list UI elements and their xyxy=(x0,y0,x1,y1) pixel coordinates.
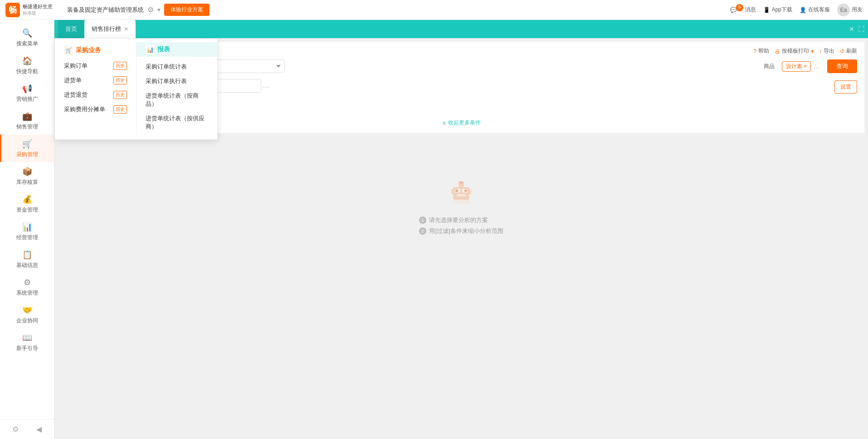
top-right: 💬 9 消息 📱 App下载 👤 在线客服 Ea 用友 xyxy=(730,4,863,16)
settings-bottom-icon[interactable]: ⚙ xyxy=(12,425,19,434)
sidebar-item-guide[interactable]: 📖 新手引导 xyxy=(0,328,54,356)
collapse-sidebar-icon[interactable]: ◀ xyxy=(36,425,42,434)
tab-home[interactable]: 首页 xyxy=(58,20,84,38)
topbar-settings-icon[interactable]: ⚙ xyxy=(147,5,154,14)
sidebar-item-base-info[interactable]: 📋 基础信息 xyxy=(0,245,54,273)
report-menu-section: 📊 报表 采购订单统计表 采购订单执行表 进货单统计表（按商品） 进货单统计表（… xyxy=(136,44,218,134)
sidebar-label-search: 搜索菜单 xyxy=(16,40,38,48)
purchase-receive-history-tag: 历史 xyxy=(113,76,127,84)
sidebar-item-inventory[interactable]: 📦 库存核算 xyxy=(0,162,54,190)
menu-item-purchase-order-stats[interactable]: 采购订单统计表 xyxy=(142,59,212,74)
export-btn[interactable]: ↑ 导出 xyxy=(819,47,834,55)
svg-rect-6 xyxy=(457,194,466,196)
menu-item-purchase-fee[interactable]: 采购费用分摊单 历史 xyxy=(60,102,131,117)
inventory-icon: 📦 xyxy=(22,167,32,177)
goods-tag-group: 设计素 × ... xyxy=(782,61,820,72)
print-btn[interactable]: 🖨 按模板打印 ▾ xyxy=(775,47,814,55)
sidebar-item-search[interactable]: 🔍 搜索菜单 xyxy=(0,24,54,51)
export-icon: ↑ xyxy=(819,48,822,54)
tab-close-window-icon[interactable]: ✕ xyxy=(849,25,854,33)
refresh-label: 刷新 xyxy=(846,47,857,55)
menu-item-receive-stats-goods[interactable]: 进货单统计表（按商品） xyxy=(142,89,212,111)
sidebar-label-purchase: 采购管理 xyxy=(16,151,38,158)
tab-expand-icon[interactable]: ⛶ xyxy=(858,25,864,33)
sidebar-item-operation[interactable]: 📊 经营管理 xyxy=(0,217,54,245)
menu-item-purchase-receive[interactable]: 进货单 历史 xyxy=(60,73,131,88)
purchase-return-label: 进货退货 xyxy=(64,91,88,99)
receive-stats-goods-label: 进货单统计表（按商品） xyxy=(146,92,209,108)
sidebar-item-purchase[interactable]: 🛒 采购管理 xyxy=(0,134,54,162)
sidebar-item-capital[interactable]: 💰 资金管理 xyxy=(0,190,54,217)
sidebar-bottom: ⚙ ◀ xyxy=(0,419,54,439)
sidebar-label-system: 系统管理 xyxy=(16,289,38,297)
capital-icon: 💰 xyxy=(22,194,32,204)
svg-rect-9 xyxy=(451,189,453,194)
tip2-num: ② xyxy=(419,227,426,235)
report-section-title: 报表 xyxy=(157,45,170,54)
goods-more-dots[interactable]: ... xyxy=(814,63,820,70)
purchase-section-title: 采购业务 xyxy=(76,46,101,54)
sidebar-label-sales: 销售管理 xyxy=(16,123,38,131)
svg-rect-10 xyxy=(469,189,471,194)
message-label: 消息 xyxy=(745,6,756,14)
user-item[interactable]: Ea 用友 xyxy=(837,4,863,16)
help-btn[interactable]: ? 帮助 xyxy=(753,47,769,55)
help-label: 帮助 xyxy=(758,47,769,55)
message-badge: 9 xyxy=(736,4,743,11)
tip1-text: 请先选择要分析的方案 xyxy=(429,216,488,224)
sidebar-item-quick-nav[interactable]: 🏠 快捷导航 xyxy=(0,51,54,79)
logo-sub: 标准版 xyxy=(23,10,53,16)
sidebar-item-system[interactable]: ⚙ 系统管理 xyxy=(0,273,54,301)
search-icon: 🔍 xyxy=(22,28,32,38)
sidebar-item-enterprise[interactable]: 🤝 企业协同 xyxy=(0,301,54,328)
menu-item-purchase-order[interactable]: 采购订单 历史 xyxy=(60,59,131,73)
menu-item-purchase-order-exec[interactable]: 采购订单执行表 xyxy=(142,74,212,89)
sales-icon: 💼 xyxy=(22,111,32,121)
enterprise-icon: 🤝 xyxy=(22,305,32,315)
menu-item-purchase-return[interactable]: 进货退货 历史 xyxy=(60,88,131,102)
trial-button[interactable]: 体验行业方案 xyxy=(164,4,210,16)
logo-area: 畅 畅捷通好生意 标准版 xyxy=(5,3,60,17)
refresh-btn[interactable]: ↺ 刷新 xyxy=(840,47,857,55)
sidebar-label-base-info: 基础信息 xyxy=(16,261,38,269)
tab-close-icon[interactable]: ✕ xyxy=(124,26,128,32)
top-center: 装备及固定资产辅助管理系统 ⚙ ▾ 体验行业方案 xyxy=(60,4,730,16)
purchase-menu-section: 🛒 采购业务 采购订单 历史 进货单 历史 进货退货 历史 采购费用分摊单 历史 xyxy=(55,44,136,134)
empty-icon xyxy=(443,174,479,211)
phone-icon: 📱 xyxy=(763,7,770,13)
sidebar-label-capital: 资金管理 xyxy=(16,206,38,214)
query-button[interactable]: 查询 xyxy=(827,59,857,73)
salesperson-more-dots[interactable]: ... xyxy=(263,82,269,89)
print-label: 按模板打印 xyxy=(782,47,809,55)
empty-tips: ① 请先选择要分析的方案 ② 用[过滤]条件来缩小分析范围 xyxy=(419,216,503,235)
dropdown-menu: 🛒 采购业务 采购订单 历史 进货单 历史 进货退货 历史 采购费用分摊单 历史… xyxy=(54,38,218,140)
purchase-return-history-tag: 历史 xyxy=(113,91,127,99)
sidebar-label-guide: 新手引导 xyxy=(16,345,38,352)
topbar-dropdown-arrow[interactable]: ▾ xyxy=(157,6,161,13)
btn-group-right: 查询 xyxy=(827,59,857,73)
collapse-button[interactable]: ∧ 收起更多条件 xyxy=(442,119,481,127)
goods-label: 商品 xyxy=(764,63,775,70)
app-download-item[interactable]: 📱 App下载 xyxy=(763,6,792,14)
print-icon: 🖨 xyxy=(775,48,780,54)
help-icon: ? xyxy=(753,48,756,54)
logo-text: 畅捷通好生意 xyxy=(23,3,53,10)
marketing-icon: 📢 xyxy=(22,84,32,94)
tab-home-label: 首页 xyxy=(65,25,77,33)
sidebar: 🔍 搜索菜单 🏠 快捷导航 📢 营销推广 💼 销售管理 🛒 采购管理 📦 库存核… xyxy=(0,20,54,439)
service-item[interactable]: 👤 在线客服 xyxy=(800,6,830,14)
report-section-icon: 📊 xyxy=(146,45,155,54)
system-title: 装备及固定资产辅助管理系统 xyxy=(67,6,144,14)
goods-tag[interactable]: 设计素 × xyxy=(782,61,811,72)
system-icon: ⚙ xyxy=(24,277,31,287)
purchase-section-header: 🛒 采购业务 xyxy=(60,44,131,59)
notification-item[interactable]: 💬 9 消息 xyxy=(730,6,756,14)
sidebar-item-marketing[interactable]: 📢 营销推广 xyxy=(0,79,54,107)
sidebar-item-sales[interactable]: 💼 销售管理 xyxy=(0,107,54,134)
menu-item-receive-stats-supplier[interactable]: 进货单统计表（按供应商） xyxy=(142,111,212,134)
tab-sales-rank[interactable]: 销售排行榜 ✕ xyxy=(84,20,136,38)
report-section-header: 📊 报表 xyxy=(137,42,218,57)
collapse-arrow-icon: ∧ xyxy=(442,120,446,126)
settings-button[interactable]: 设置 xyxy=(834,80,857,94)
sidebar-label-quick-nav: 快捷导航 xyxy=(16,68,38,75)
